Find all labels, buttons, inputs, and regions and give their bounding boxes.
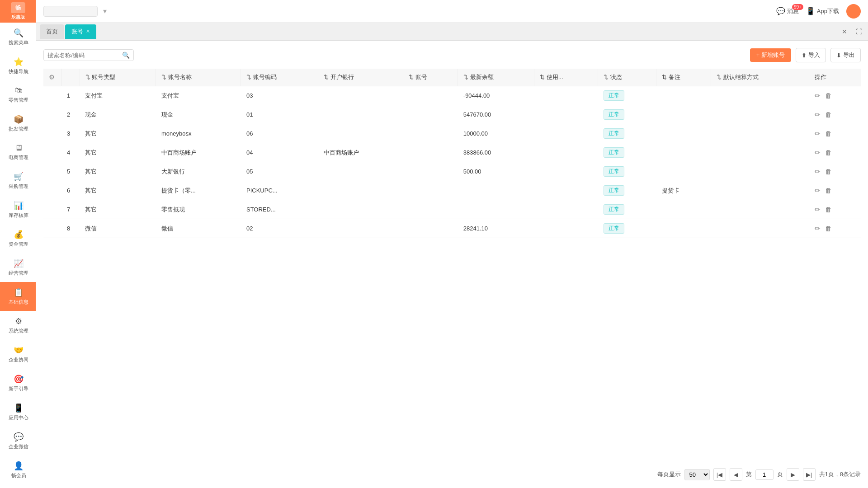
- th-bank[interactable]: ⇅ 开户银行: [318, 69, 403, 86]
- sidebar-item-label: 经营管理: [9, 270, 28, 277]
- dropdown-icon[interactable]: ▾: [103, 7, 107, 15]
- sidebar-item-member[interactable]: 👤畅会员: [0, 455, 36, 484]
- th-account[interactable]: ⇅ 账号: [403, 69, 458, 86]
- page-input[interactable]: [755, 469, 774, 480]
- th-name[interactable]: ⇅ 账号名称: [156, 69, 241, 86]
- maximize-tab-button[interactable]: ⛶: [854, 26, 864, 37]
- purchase-icon: 🛒: [14, 172, 24, 182]
- sidebar-item-agreement[interactable]: 🤝企业协同: [0, 340, 36, 369]
- cell-num: 4: [61, 143, 80, 162]
- th-status[interactable]: ⇅ 状态: [598, 69, 656, 86]
- sidebar-item-inventory[interactable]: 📊库存核算: [0, 195, 36, 224]
- gear-icon[interactable]: ⚙: [49, 73, 55, 81]
- cell-num: 3: [61, 124, 80, 143]
- search-input[interactable]: [47, 52, 122, 59]
- sidebar-item-label: 新手引导: [9, 385, 28, 392]
- delete-icon[interactable]: 🗑: [825, 111, 832, 119]
- add-account-button[interactable]: + 新增账号: [750, 48, 791, 62]
- status-badge: 正常: [604, 204, 624, 215]
- tab-close-account[interactable]: ✕: [86, 28, 90, 34]
- th-code[interactable]: ⇅ 账号编码: [241, 69, 318, 86]
- page-label-prefix: 第: [746, 470, 752, 479]
- table-row: 2 现金 现金 01 547670.00 正常 ✏ 🗑: [43, 105, 861, 124]
- sidebar-item-funds[interactable]: 💰资金管理: [0, 224, 36, 253]
- cell-balance: -90444.00: [458, 86, 534, 105]
- sidebar: 畅 乐惠版 🔍搜索菜单⭐快捷导航🛍零售管理📦批发管理🖥电商管理🛒采购管理📊库存核…: [0, 0, 36, 488]
- th-type[interactable]: ⇅ 账号类型: [80, 69, 156, 86]
- sidebar-item-search-menu[interactable]: 🔍搜索菜单: [0, 23, 36, 52]
- delete-icon[interactable]: 🗑: [825, 206, 832, 214]
- close-tab-button[interactable]: ✕: [839, 26, 850, 37]
- export-button[interactable]: ⬇ 导出: [830, 48, 861, 62]
- cell-usage: [534, 162, 598, 181]
- edit-icon[interactable]: ✏: [815, 92, 821, 100]
- cell-bank: [318, 124, 403, 143]
- sidebar-item-system[interactable]: ⚙系统管理: [0, 311, 36, 340]
- operations-icon: 📈: [14, 258, 24, 268]
- cell-account: [403, 162, 458, 181]
- import-button[interactable]: ⬆ 导入: [796, 48, 826, 62]
- cell-default-settle: [711, 181, 809, 200]
- cell-actions: ✏ 🗑: [809, 86, 861, 105]
- sidebar-item-label: 快捷导航: [9, 68, 28, 75]
- page-size-select[interactable]: 50 20 100: [684, 469, 710, 480]
- cell-default-settle: [711, 86, 809, 105]
- tab-account[interactable]: 账号✕: [65, 24, 96, 39]
- cell-num: 6: [61, 181, 80, 200]
- sidebar-item-purchase[interactable]: 🛒采购管理: [0, 166, 36, 195]
- prev-page-button[interactable]: ◀: [730, 468, 742, 481]
- edit-icon[interactable]: ✏: [815, 206, 821, 214]
- edit-icon[interactable]: ✏: [815, 225, 821, 233]
- last-page-button[interactable]: ▶|: [803, 468, 816, 481]
- delete-icon[interactable]: 🗑: [825, 130, 832, 138]
- sidebar-item-label: 畅会员: [11, 472, 26, 479]
- top-search-input[interactable]: [43, 6, 98, 17]
- th-config[interactable]: ⚙: [43, 69, 61, 86]
- sidebar-item-operations[interactable]: 📈经营管理: [0, 253, 36, 282]
- th-remark[interactable]: ⇅ 备注: [656, 69, 711, 86]
- total-label: 共1页，8条记录: [819, 470, 861, 479]
- th-balance[interactable]: ⇅ 最新余额: [458, 69, 534, 86]
- cell-num: 8: [61, 219, 80, 238]
- message-button[interactable]: 💬 消息 99+: [776, 7, 799, 15]
- sidebar-item-retail[interactable]: 🛍零售管理: [0, 80, 36, 109]
- next-page-button[interactable]: ▶: [787, 468, 799, 481]
- sidebar-item-app-center[interactable]: 📱应用中心: [0, 398, 36, 427]
- delete-icon[interactable]: 🗑: [825, 187, 832, 195]
- sidebar-item-basic-info[interactable]: 📋基础信息: [0, 282, 36, 311]
- export-icon: ⬇: [836, 52, 841, 59]
- sidebar-item-quick-nav[interactable]: ⭐快捷导航: [0, 52, 36, 80]
- cell-type: 其它: [80, 200, 156, 219]
- cell-code: STORED...: [241, 200, 318, 219]
- sidebar-item-wechat[interactable]: 💬企业微信: [0, 427, 36, 455]
- delete-icon[interactable]: 🗑: [825, 149, 832, 157]
- edit-icon[interactable]: ✏: [815, 168, 821, 176]
- cell-default-settle: [711, 162, 809, 181]
- delete-icon[interactable]: 🗑: [825, 168, 832, 176]
- delete-icon[interactable]: 🗑: [825, 92, 832, 100]
- avatar[interactable]: [846, 4, 861, 19]
- first-page-button[interactable]: |◀: [713, 468, 726, 481]
- sidebar-item-label: 采购管理: [9, 183, 28, 190]
- cell-usage: [534, 105, 598, 124]
- sidebar-item-ecommerce[interactable]: 🖥电商管理: [0, 138, 36, 166]
- tab-home[interactable]: 首页: [40, 24, 64, 39]
- th-default-settle[interactable]: ⇅ 默认结算方式: [711, 69, 809, 86]
- app-download-button[interactable]: 📱 App下载: [806, 7, 839, 15]
- delete-icon[interactable]: 🗑: [825, 225, 832, 233]
- cell-remark: [656, 105, 711, 124]
- cell-config: [43, 124, 61, 143]
- search-menu-icon: 🔍: [14, 28, 24, 38]
- edit-icon[interactable]: ✏: [815, 149, 821, 157]
- edit-icon[interactable]: ✏: [815, 130, 821, 138]
- sidebar-item-guide[interactable]: 🎯新手引导: [0, 369, 36, 398]
- cell-usage: [534, 124, 598, 143]
- edit-icon[interactable]: ✏: [815, 187, 821, 195]
- status-badge: 正常: [604, 223, 624, 234]
- cell-code: 01: [241, 105, 318, 124]
- th-usage[interactable]: ⇅ 使用...: [534, 69, 598, 86]
- edit-icon[interactable]: ✏: [815, 111, 821, 119]
- search-icon[interactable]: 🔍: [122, 52, 130, 59]
- cell-account: [403, 124, 458, 143]
- sidebar-item-wholesale[interactable]: 📦批发管理: [0, 109, 36, 138]
